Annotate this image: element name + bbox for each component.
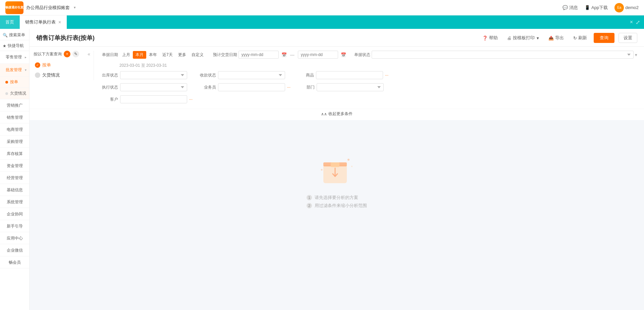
window-close-icon[interactable]: × <box>630 19 633 25</box>
empty-step-1: 1 请先选择要分析的方案 <box>307 195 367 201</box>
sidebar: 🔍 搜索菜单 ★ 快捷导航 零售管理 ▸ 批发管理 ▾ 按单 欠货情况 <box>0 29 30 310</box>
filter-field-receipt: 收款状态 <box>196 71 290 79</box>
salesperson-input[interactable] <box>218 83 285 91</box>
sidebar-item-sales[interactable]: 销售管理 <box>0 111 29 123</box>
delivery-label: 出库状态 <box>98 72 118 78</box>
tab-home[interactable]: 首页 <box>0 15 20 29</box>
logo[interactable]: 畅捷通好生意 <box>5 1 23 14</box>
messages-btn[interactable]: 💬 消息 <box>562 5 578 11</box>
edit-scheme-btn[interactable]: ✎ <box>72 51 79 57</box>
sidebar-item-inventory[interactable]: 库存核算 <box>0 148 29 160</box>
preset-this-year[interactable]: 本年 <box>146 51 160 59</box>
dept-label: 部门 <box>294 85 315 90</box>
content-area: 销售订单执行表(按单) ❓ 帮助 🖨 按模板打印 ▾ 📤 导出 ↻ 刷新 <box>30 29 644 310</box>
star-icon: ★ <box>3 44 6 48</box>
receipt-label: 收款状态 <box>196 72 216 78</box>
preset-custom[interactable]: 自定义 <box>189 51 206 59</box>
sidebar-item-marketing[interactable]: 营销推广 <box>0 99 29 111</box>
svg-point-4 <box>351 166 353 167</box>
tab-close-icon[interactable]: × <box>58 19 61 25</box>
sidebar-item-ecommerce[interactable]: 电商管理 <box>0 123 29 136</box>
dept-select[interactable] <box>317 83 384 91</box>
sidebar-item-member[interactable]: 畅会员 <box>0 256 29 268</box>
preset-last-month[interactable]: 上月 <box>119 51 133 59</box>
delivery-select[interactable] <box>120 71 187 79</box>
exec-status-label: 执行状态 <box>98 85 118 90</box>
export-btn[interactable]: 📤 导出 <box>546 34 567 42</box>
filter-field-date: 单据日期 上月 本月 本年 近7天 更多 自定义 <box>98 51 206 59</box>
exec-status-select[interactable] <box>120 83 187 91</box>
message-icon: 💬 <box>562 5 568 10</box>
preset-7days[interactable]: 近7天 <box>160 51 175 59</box>
refresh-icon: ↻ <box>573 36 577 41</box>
preset-more[interactable]: 更多 <box>175 51 189 59</box>
sidebar-item-newbie[interactable]: 新手引导 <box>0 220 29 232</box>
sidebar-sub-item-orders[interactable]: 按单 <box>0 76 29 88</box>
search-icon: 🔍 <box>3 33 8 38</box>
goods-more-btn[interactable]: ··· <box>385 73 388 78</box>
customer-more-btn[interactable]: ··· <box>189 97 193 102</box>
filter-scheme-panel: 按以下方案查询 + ✎ « ✓ 按单 <box>34 51 94 80</box>
empty-step-2: 2 用过滤条件来缩小分析范围 <box>307 203 367 209</box>
user-btn[interactable]: Ea demo2 <box>614 3 639 12</box>
tab-sales-exec[interactable]: 销售订单执行表 × <box>20 15 67 29</box>
search-btn[interactable]: 查询 <box>594 33 614 43</box>
app-download-btn[interactable]: 📱 App下载 <box>585 5 608 11</box>
refresh-btn[interactable]: ↻ 刷新 <box>571 34 590 42</box>
add-scheme-btn[interactable]: + <box>64 51 70 57</box>
collapse-btn[interactable]: ∧∧ 收起更多条件 <box>321 111 353 117</box>
company-dropdown-icon[interactable]: ▾ <box>74 5 76 10</box>
preset-this-month[interactable]: 本月 <box>133 51 146 59</box>
print-icon: 🖨 <box>507 36 512 41</box>
sidebar-search[interactable]: 🔍 搜索菜单 <box>0 29 29 40</box>
empty-illustration <box>317 150 357 187</box>
goods-input[interactable] <box>316 71 383 79</box>
sidebar-item-apps[interactable]: 应用中心 <box>0 232 29 244</box>
window-expand-icon[interactable]: ⤢ <box>636 19 640 25</box>
sidebar-item-retail[interactable]: 零售管理 ▸ <box>0 51 29 64</box>
sidebar-item-wechat[interactable]: 企业微信 <box>0 244 29 256</box>
filter-field-customer: 客户 ··· <box>98 95 193 103</box>
sidebar-item-wholesale[interactable]: 批发管理 ▾ <box>0 64 29 76</box>
scheme-header-label: 按以下方案查询 <box>34 51 62 57</box>
company-title: 办公用品行业模拟账套 <box>26 5 70 11</box>
chevron-down-icon: ▾ <box>25 68 26 72</box>
doc-status-select[interactable] <box>372 51 634 59</box>
expected-date-label: 预计交货日期 <box>210 52 237 58</box>
receipt-select[interactable] <box>218 71 285 79</box>
sidebar-item-purchase[interactable]: 采购管理 <box>0 136 29 148</box>
scheme-item-debt[interactable]: 欠货情况 <box>34 70 90 80</box>
plus-icon: + <box>66 52 68 56</box>
expected-date-from[interactable] <box>238 51 279 59</box>
sidebar-sub-item-debt[interactable]: 欠货情况 <box>0 88 29 99</box>
page-title: 销售订单执行表(按单) <box>36 34 95 42</box>
edit-icon: ✎ <box>74 52 77 56</box>
filter-field-expected-date: 预计交货日期 📅 — 📅 <box>210 51 346 59</box>
print-btn[interactable]: 🖨 按模板打印 ▾ <box>504 34 542 42</box>
sidebar-item-enterprise[interactable]: 企业协同 <box>0 208 29 220</box>
scheme-dot-active: ✓ <box>35 62 40 68</box>
scheme-dot-gray <box>35 72 40 78</box>
filter-field-delivery: 出库状态 <box>98 71 192 79</box>
settings-btn[interactable]: 设置 <box>619 33 637 43</box>
expected-date-to-icon[interactable]: 📅 <box>341 52 346 57</box>
customer-input[interactable] <box>120 95 187 103</box>
sidebar-quick-nav[interactable]: ★ 快捷导航 <box>0 40 29 51</box>
app-icon: 📱 <box>585 5 590 10</box>
expected-date-to[interactable] <box>298 51 338 59</box>
salesperson-more-btn[interactable]: ··· <box>287 85 290 90</box>
sidebar-item-basic[interactable]: 基础信息 <box>0 184 29 196</box>
collapse-scheme-btn[interactable]: « <box>88 51 90 57</box>
scheme-item-byorder[interactable]: ✓ 按单 <box>34 60 90 70</box>
salesperson-label: 业务员 <box>196 85 216 90</box>
expected-date-from-icon[interactable]: 📅 <box>281 52 287 57</box>
sidebar-item-system[interactable]: 系统管理 <box>0 196 29 208</box>
customer-label: 客户 <box>98 97 118 102</box>
empty-steps-list: 1 请先选择要分析的方案 2 用过滤条件来缩小分析范围 <box>307 195 367 211</box>
help-btn[interactable]: ❓ 帮助 <box>480 34 500 42</box>
sidebar-item-operation[interactable]: 经营管理 <box>0 172 29 184</box>
filter-row-3: 执行状态 业务员 ··· 部门 <box>98 83 637 91</box>
dot-icon <box>5 81 8 84</box>
sidebar-item-finance[interactable]: 资金管理 <box>0 160 29 172</box>
dot-gray-icon <box>5 92 8 95</box>
